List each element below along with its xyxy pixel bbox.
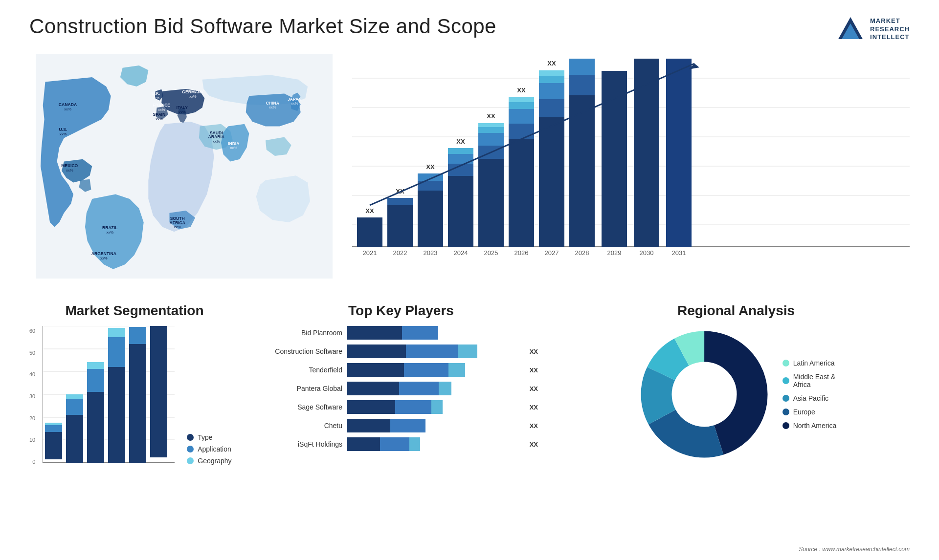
players-section: Top Key Players Bid Planroom Constructio… [259,303,543,513]
svg-rect-113 [108,367,125,463]
svg-text:2024: 2024 [454,249,468,257]
svg-text:xx%: xx% [291,101,298,106]
player-bar-bid-planroom [347,326,529,340]
svg-rect-102 [45,425,62,432]
svg-rect-67 [509,139,534,247]
regional-container: Latin America Middle East &Africa Asia P… [562,326,910,463]
svg-text:2028: 2028 [575,249,589,257]
segmentation-section: Market Segmentation 60 50 40 30 20 10 0 [29,303,240,513]
bar-chart-section: XX 2021 XX 2022 XX 2023 [352,54,910,288]
source-text: Source : www.marketresearchintellect.com [799,546,910,553]
svg-rect-74 [539,117,564,247]
legend-application: Application [187,445,231,453]
svg-text:ARGENTINA: ARGENTINA [91,251,116,256]
legend-geography: Geography [187,457,231,465]
player-row-bid-planroom: Bid Planroom [264,326,538,340]
svg-text:xx%: xx% [213,139,220,144]
svg-rect-78 [539,70,564,76]
world-map-container: CANADA xx% U.S. xx% MEXICO xx% BRAZIL xx… [29,54,333,288]
svg-text:xx%: xx% [158,108,165,112]
svg-rect-70 [509,102,534,109]
player-name-isqft: iSqFt Holdings [264,440,342,448]
svg-rect-46 [387,198,413,205]
svg-text:2021: 2021 [363,249,377,257]
svg-rect-120 [150,326,167,457]
svg-rect-117 [129,344,146,463]
legend-dot-application [187,446,194,452]
top-content-row: CANADA xx% U.S. xx% MEXICO xx% BRAZIL xx… [29,54,910,288]
svg-rect-76 [539,83,564,99]
svg-text:XX: XX [487,112,495,120]
label-asia-pacific: Asia Pacific [793,394,828,402]
svg-rect-115 [108,328,125,337]
dot-middle-east-africa [782,377,789,384]
svg-rect-103 [45,423,62,425]
map-section: CANADA xx% U.S. xx% MEXICO xx% BRAZIL xx… [29,54,333,288]
players-title: Top Key Players [259,303,543,319]
svg-text:ITALY: ITALY [177,105,188,110]
player-name-construction-software: Construction Software [264,347,342,355]
player-bar-isqft [347,437,521,451]
svg-rect-60 [478,159,504,247]
player-row-chetu: Chetu XX [264,419,538,432]
logo-area: MARKET RESEARCH INTELLECT [836,15,910,44]
svg-text:2025: 2025 [484,249,498,257]
svg-rect-105 [66,415,83,463]
legend-dot-type [187,434,194,441]
player-value-pantera-global: XX [530,385,538,392]
dot-europe [782,409,789,415]
y-label-50: 50 [29,350,35,356]
svg-text:MEXICO: MEXICO [61,163,78,168]
player-row-pantera-global: Pantera Global XX [264,382,538,395]
segmentation-legend: Type Application Geography [182,433,231,465]
player-name-tenderfield: Tenderfield [264,366,342,374]
svg-rect-75 [539,99,564,117]
svg-rect-42 [357,217,382,247]
legend-latin-america: Latin America [782,359,837,367]
player-bar-construction-software [347,345,521,358]
legend-dot-geography [187,457,194,464]
y-label-60: 60 [29,328,35,334]
legend-label-application: Application [198,445,231,453]
player-name-bid-planroom: Bid Planroom [264,329,342,337]
svg-rect-110 [87,369,104,392]
svg-rect-114 [108,337,125,367]
dot-north-america [782,422,789,429]
svg-text:INDIA: INDIA [228,141,239,146]
svg-text:2029: 2029 [607,249,622,257]
logo-icon [836,15,865,44]
donut-svg [636,326,773,463]
svg-rect-63 [478,127,504,133]
svg-text:FRANCE: FRANCE [153,103,170,108]
svg-rect-57 [448,148,473,154]
label-europe: Europe [793,408,815,416]
svg-rect-118 [129,327,146,344]
players-container: Bid Planroom Construction Software [259,326,543,451]
svg-rect-69 [509,109,534,124]
svg-text:JAPAN: JAPAN [288,97,302,102]
player-name-sage-software: Sage Software [264,403,342,411]
regional-title: Regional Analysis [562,303,910,319]
svg-text:xx%: xx% [100,256,108,260]
legend-north-america: North America [782,422,837,430]
svg-rect-77 [539,76,564,83]
segmentation-chart-svg: 2021 2022 2023 [43,326,175,463]
svg-text:CHINA: CHINA [266,101,279,106]
logo-text: MARKET RESEARCH INTELLECT [870,17,910,42]
svg-text:xx%: xx% [152,96,159,100]
svg-rect-45 [387,205,413,247]
segmentation-title: Market Segmentation [29,303,240,319]
svg-text:2023: 2023 [424,249,438,257]
svg-rect-89 [666,59,692,247]
svg-text:xx%: xx% [64,107,71,111]
svg-text:BRAZIL: BRAZIL [102,225,118,230]
svg-rect-106 [66,399,83,415]
svg-text:xx%: xx% [156,117,163,121]
svg-text:U.K.: U.K. [152,91,160,96]
svg-text:2026: 2026 [514,249,529,257]
player-row-isqft: iSqFt Holdings XX [264,437,538,451]
svg-rect-62 [478,133,504,146]
player-row-sage-software: Sage Software XX [264,400,538,414]
svg-text:XX: XX [365,207,374,215]
svg-text:xx%: xx% [269,105,276,109]
